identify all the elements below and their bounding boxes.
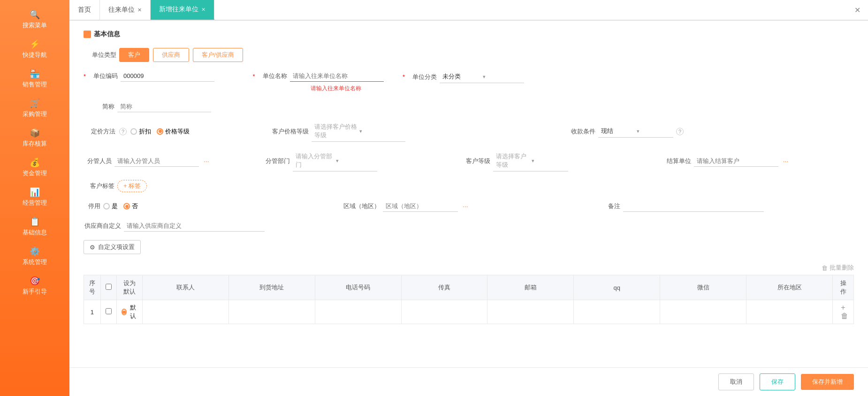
- sidebar-item-basic-info[interactable]: 📋 基础信息: [0, 212, 69, 241]
- settlement-unit-input[interactable]: [694, 155, 778, 167]
- supplier-custom-row: 供应商自定义: [84, 220, 854, 232]
- phone-input[interactable]: [320, 307, 396, 318]
- department-label: 分管部门: [262, 157, 290, 165]
- save-button[interactable]: 保存: [760, 373, 795, 390]
- row-contact[interactable]: [142, 300, 228, 324]
- operations-icon: 📊: [30, 187, 40, 197]
- address-input[interactable]: [234, 307, 310, 318]
- sidebar-item-guide[interactable]: 🎯 新手引导: [0, 271, 69, 301]
- customer-level-select[interactable]: 请选择客户等级 ▾: [493, 150, 568, 171]
- department-select[interactable]: 请输入分管部门 ▾: [293, 150, 377, 171]
- qq-input[interactable]: [579, 307, 655, 318]
- sidebar-item-search[interactable]: 🔍 搜索菜单: [0, 5, 69, 34]
- close-partner-tab-icon[interactable]: ✕: [137, 7, 142, 13]
- sidebar-item-sales[interactable]: 🏪 销售管理: [0, 64, 69, 93]
- row-address[interactable]: [228, 300, 315, 324]
- email-input[interactable]: [492, 307, 569, 318]
- pricing-discount-radio[interactable]: 折扣: [130, 127, 151, 136]
- select-all-checkbox[interactable]: [106, 284, 112, 290]
- disabled-region-row: 停用 是 否 区域（地区） ··· 备注: [84, 201, 854, 212]
- wechat-input[interactable]: [665, 307, 741, 318]
- table-row: 1 默认: [84, 300, 854, 324]
- pricing-level-radio[interactable]: 价格等级: [157, 127, 190, 136]
- supplier-custom-input[interactable]: [124, 220, 265, 232]
- code-input[interactable]: [121, 70, 214, 82]
- region-input[interactable]: [383, 201, 458, 212]
- disabled-no-radio[interactable]: 否: [123, 202, 138, 210]
- guide-icon: 🎯: [30, 276, 40, 286]
- payment-terms-select[interactable]: 现结 ▾: [598, 125, 673, 138]
- payment-terms-help-icon[interactable]: ?: [676, 128, 684, 135]
- name-input[interactable]: [290, 70, 384, 82]
- category-arrow-icon: ▾: [483, 74, 521, 80]
- section-icon: [84, 31, 91, 38]
- row-region-input[interactable]: [751, 307, 828, 318]
- remark-input[interactable]: [623, 201, 764, 212]
- sidebar-item-system[interactable]: ⚙️ 系统管理: [0, 241, 69, 271]
- batch-delete-button[interactable]: 🗑 批量删除: [822, 264, 854, 272]
- row-action: + 🗑: [833, 300, 854, 324]
- sidebar-item-finance[interactable]: 💰 资金管理: [0, 153, 69, 182]
- customer-price-level-select[interactable]: 请选择客户价格等级 ▾: [312, 121, 405, 142]
- category-select[interactable]: 未分类 ▾: [440, 70, 524, 83]
- tab-partner[interactable]: 往来单位 ✕: [100, 0, 151, 20]
- sidebar-item-operations[interactable]: 📊 经营管理: [0, 182, 69, 212]
- tab-home[interactable]: 首页: [69, 0, 100, 20]
- price-level-arrow-icon: ▾: [359, 128, 403, 134]
- row-qq[interactable]: [574, 300, 660, 324]
- settlement-more-icon[interactable]: ···: [781, 157, 791, 165]
- del-row-button[interactable]: 🗑: [841, 312, 848, 320]
- category-group: * 单位分类 未分类 ▾: [403, 70, 854, 83]
- fax-input[interactable]: [406, 307, 483, 318]
- close-all-tabs-button[interactable]: ✕: [847, 6, 868, 15]
- sidebar-item-quick-nav[interactable]: ⚡ 快捷导航: [0, 34, 69, 64]
- sidebar-item-inventory[interactable]: 📦 库存核算: [0, 123, 69, 153]
- col-phone: 电话号码: [315, 275, 401, 300]
- col-wechat: 微信: [660, 275, 746, 300]
- row-region[interactable]: [746, 300, 833, 324]
- row-default: 默认: [116, 300, 142, 324]
- batch-delete-icon: 🗑: [822, 264, 828, 272]
- cancel-button[interactable]: 取消: [718, 373, 754, 390]
- settlement-unit-label: 结算单位: [663, 157, 691, 165]
- save-and-new-button[interactable]: 保存并新增: [801, 374, 854, 390]
- region-more-icon[interactable]: ···: [461, 202, 470, 210]
- unit-btn-customer[interactable]: 客户: [119, 48, 149, 62]
- unit-btn-supplier[interactable]: 供应商: [153, 48, 189, 62]
- default-radio-circle: [122, 309, 127, 315]
- custom-settings-button[interactable]: ⚙ 自定义项设置: [84, 240, 141, 254]
- col-contact: 联系人: [142, 275, 228, 300]
- tags-row: 客户标签 + 标签: [84, 180, 854, 192]
- tags-label: 客户标签: [84, 182, 114, 190]
- manager-dept-row: 分管人员 ··· 分管部门 请输入分管部门 ▾ 客户等级 请选择客户等级 ▾ 结…: [84, 150, 854, 171]
- manager-more-icon[interactable]: ···: [202, 157, 211, 165]
- pricing-row: 定价方法 ? 折扣 价格等级 客户价格等级 请选择客户价格等级: [84, 121, 854, 142]
- settlement-unit-group: 结算单位 ···: [663, 155, 854, 167]
- customer-level-group: 客户等级 请选择客户等级 ▾: [462, 150, 653, 171]
- unit-btn-both[interactable]: 客户/供应商: [193, 48, 243, 62]
- disabled-yes-radio[interactable]: 是: [103, 202, 118, 210]
- department-group: 分管部门 请输入分管部门 ▾: [262, 150, 453, 171]
- close-new-partner-tab-icon[interactable]: ✕: [201, 7, 206, 13]
- row-phone[interactable]: [315, 300, 401, 324]
- add-row-button[interactable]: +: [841, 303, 845, 311]
- supplier-custom-group: 供应商自定义: [84, 220, 854, 232]
- shortname-input[interactable]: [117, 101, 211, 112]
- row-email[interactable]: [487, 300, 574, 324]
- contact-input[interactable]: [147, 307, 224, 318]
- customer-price-level-group: 客户价格等级 请选择客户价格等级 ▾: [271, 121, 558, 142]
- pricing-help-icon[interactable]: ?: [119, 128, 127, 135]
- row-fax[interactable]: [401, 300, 487, 324]
- tab-new-partner[interactable]: 新增往来单位 ✕: [151, 0, 214, 20]
- name-group: * 单位名称 请输入往来单位名称: [243, 70, 393, 93]
- add-tag-button[interactable]: + 标签: [117, 180, 147, 192]
- contacts-table-section: 🗑 批量删除 序号 设为默认 联系人 到货地址 电话号码 传真 邮箱 qq: [84, 264, 854, 324]
- manager-input[interactable]: [114, 155, 199, 167]
- sidebar-item-purchase[interactable]: 🛒 采购管理: [0, 93, 69, 123]
- row-default-radio[interactable]: 默认: [122, 303, 137, 320]
- row-wechat[interactable]: [660, 300, 746, 324]
- custom-settings-row: ⚙ 自定义项设置: [84, 240, 854, 254]
- row-checkbox-input[interactable]: [106, 308, 112, 314]
- remark-group: 备注: [603, 201, 854, 212]
- section-basic-info: 基本信息: [84, 30, 854, 39]
